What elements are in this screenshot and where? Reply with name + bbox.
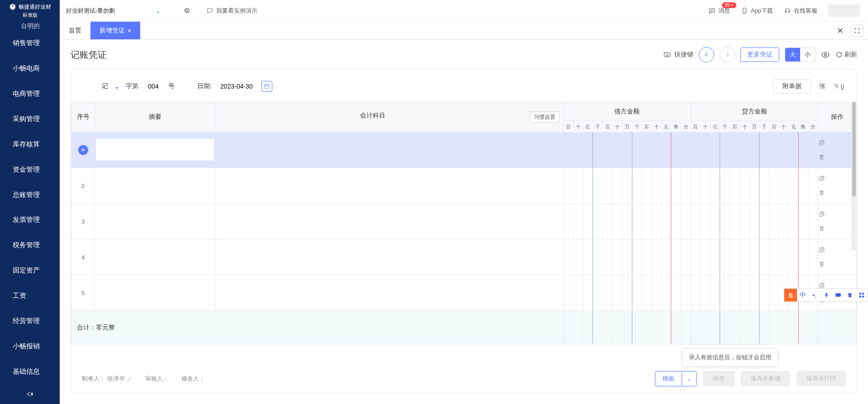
summary-cell[interactable] [95, 240, 215, 275]
service-label: 在线客服 [794, 7, 817, 15]
table-row[interactable]: 3 [71, 204, 857, 240]
zidi-label: 字第 [126, 82, 138, 90]
sidebar-item-xiaochang-ec[interactable]: 小畅电商 [0, 56, 60, 81]
refresh-button[interactable]: 刷新 [835, 51, 857, 59]
tab-close-icon[interactable]: × [128, 27, 131, 34]
sidebar-item-funds[interactable]: 资金管理 [0, 157, 60, 182]
edit-maker-icon[interactable] [127, 376, 133, 382]
debit-cell[interactable] [564, 168, 691, 204]
summary-cell[interactable] [95, 168, 215, 204]
copy-row-icon[interactable] [818, 140, 856, 146]
sidebar-item-sales[interactable]: 销售管理 [0, 31, 60, 56]
delete-row-icon[interactable] [818, 261, 856, 268]
total-cell: 合计：零元整 [71, 311, 564, 344]
messages-link[interactable]: 消息 99 + [708, 7, 730, 15]
account-cell[interactable] [215, 204, 564, 240]
shortcut-button[interactable]: 快捷键 [663, 51, 693, 59]
credit-cell[interactable] [691, 240, 818, 275]
sidebar-item-ledger[interactable]: 总账管理 [0, 182, 60, 207]
th-ops: 操作 [818, 102, 856, 132]
copy-row-icon[interactable] [818, 211, 856, 218]
account-cell[interactable] [215, 275, 564, 311]
account-cell[interactable] [215, 168, 564, 204]
ime-shirt-icon[interactable] [844, 289, 856, 301]
vertical-scrollbar[interactable] [851, 102, 857, 251]
delete-row-icon[interactable] [818, 154, 856, 160]
debit-cell[interactable] [564, 132, 691, 168]
ime-mic-icon[interactable] [821, 289, 832, 301]
credit-cell[interactable] [691, 204, 818, 240]
attach-receipt-button[interactable]: 附单据 [773, 79, 811, 94]
online-service-link[interactable]: 在线客服 [784, 7, 817, 15]
prev-voucher-button[interactable] [699, 47, 714, 62]
attachment-count[interactable]: 0 [834, 83, 844, 90]
template-dropdown-icon[interactable]: ⌄ [682, 372, 696, 385]
sidebar-item-expense[interactable]: 小畅报销 [0, 334, 60, 359]
next-voucher-button[interactable] [720, 47, 735, 62]
project-selector[interactable]: 好业财测试-量勿删 ⌄ [66, 7, 175, 15]
account-cell[interactable] [215, 132, 564, 168]
sidebar-settings-icon[interactable] [0, 384, 60, 404]
summary-input[interactable] [96, 139, 214, 160]
size-big-option[interactable]: 大 [785, 48, 800, 61]
template-button[interactable]: 模板 ⌄ [655, 371, 697, 386]
account-cell[interactable] [215, 240, 564, 275]
chevron-down-icon[interactable]: ⌄ [156, 7, 161, 14]
credit-cell[interactable] [691, 132, 818, 168]
ime-toolbar[interactable]: S 中 •, [784, 288, 868, 302]
sidebar-item-purchase[interactable]: 采购管理 [0, 107, 60, 132]
copy-row-icon[interactable] [818, 175, 856, 182]
tab-home[interactable]: 首页 [60, 22, 90, 39]
voucher-number-input[interactable] [143, 83, 164, 90]
debit-cell[interactable] [564, 275, 691, 311]
sidebar-item-tax[interactable]: 税务管理 [0, 233, 60, 258]
ime-cn-icon[interactable]: 中 [797, 289, 809, 301]
save-and-print-button: 保存并打印 [797, 371, 846, 386]
habit-settings-button[interactable]: 习惯设置 [530, 112, 560, 123]
close-all-tabs-icon[interactable]: ✕ [834, 24, 846, 37]
voucher-type[interactable]: 记 [102, 82, 108, 90]
size-small-option[interactable]: 小 [800, 48, 815, 61]
settings-gear-icon[interactable] [183, 7, 190, 14]
debit-cell[interactable] [564, 204, 691, 240]
svg-rect-10 [825, 293, 827, 296]
summary-cell[interactable] [95, 204, 215, 240]
sidebar-item-ecommerce[interactable]: 电商管理 [0, 81, 60, 107]
summary-cell[interactable] [95, 132, 215, 168]
preview-icon[interactable] [821, 50, 830, 59]
credit-cell[interactable] [691, 168, 818, 204]
sidebar-item-partial[interactable]: 台明的 [0, 22, 60, 31]
table-row[interactable]: + [71, 132, 857, 168]
th-debit: 借方金额 [564, 102, 691, 121]
demo-link[interactable]: 我要看实例演示 [206, 7, 257, 15]
delete-row-icon[interactable] [818, 225, 856, 232]
sidebar-item-basic[interactable]: 基础信息 [0, 359, 60, 384]
sidebar-item-inventory[interactable]: 库存核算 [0, 132, 60, 157]
table-row[interactable]: 2 [71, 168, 857, 204]
summary-cell[interactable] [95, 275, 215, 311]
calendar-icon[interactable] [261, 81, 272, 92]
fullscreen-icon[interactable] [851, 24, 863, 37]
ime-grid-icon[interactable] [856, 289, 868, 301]
chevron-down-icon[interactable]: ⌄ [114, 83, 119, 90]
ime-punct-icon[interactable]: •, [809, 289, 821, 301]
date-input[interactable] [216, 83, 257, 90]
debit-cell[interactable] [564, 240, 691, 275]
sidebar-item-invoice[interactable]: 发票管理 [0, 207, 60, 233]
sidebar-item-salary[interactable]: 工资 [0, 283, 60, 309]
ime-logo-icon[interactable]: S [784, 289, 797, 301]
ime-keyboard-icon[interactable] [832, 289, 844, 301]
table-row[interactable]: 4 [71, 240, 857, 275]
add-row-icon[interactable]: + [78, 145, 88, 155]
ops-cell [818, 132, 856, 168]
tab-new-voucher[interactable]: 新增凭证 × [90, 22, 140, 39]
delete-row-icon[interactable] [818, 189, 856, 196]
sidebar-item-business[interactable]: 经营管理 [0, 308, 60, 334]
user-avatar[interactable] [828, 5, 860, 17]
table-row[interactable]: 5 [71, 275, 857, 311]
copy-row-icon[interactable] [818, 247, 856, 254]
more-vouchers-button[interactable]: 更多凭证 [740, 47, 779, 62]
sidebar-item-assets[interactable]: 固定资产 [0, 258, 60, 283]
app-download-link[interactable]: App下载 [741, 7, 773, 15]
demo-label: 我要看实例演示 [216, 7, 257, 15]
